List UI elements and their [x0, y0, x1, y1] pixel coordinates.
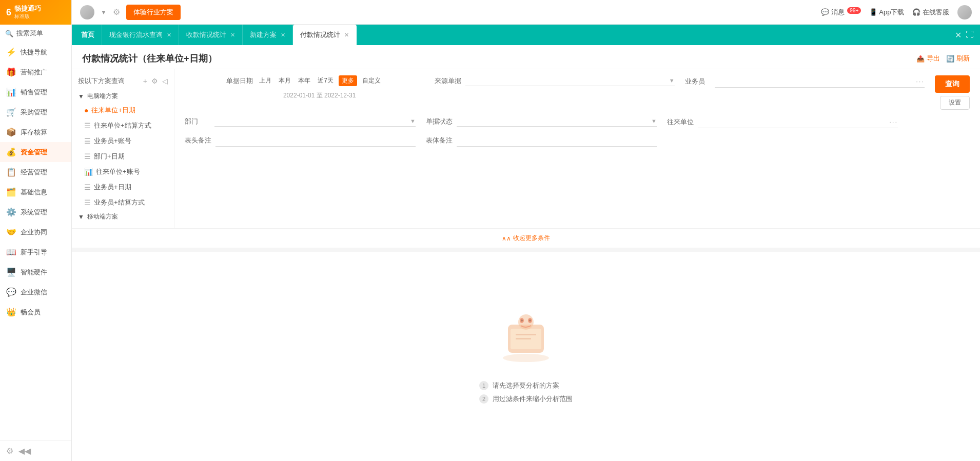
sidebar-item-sales[interactable]: 📊销售管理 — [0, 82, 71, 102]
scheme-header: 按以下方案查询 + ⚙ ◁ — [72, 74, 174, 90]
sidebar-item-marketing[interactable]: 🎁营销推广 — [0, 62, 71, 82]
note-body-label: 表体备注 — [426, 136, 453, 145]
date-tab-自定义[interactable]: 自定义 — [360, 75, 383, 86]
scheme-group[interactable]: ▼电脑端方案 — [72, 90, 174, 103]
source-select[interactable]: ▼ — [465, 75, 674, 86]
purchase-icon: 🛒 — [6, 107, 16, 117]
staff-more-icon[interactable]: ··· — [916, 77, 925, 85]
empty-illustration — [495, 309, 557, 371]
sidebar-item-smart-hw[interactable]: 🖥️智能硬件 — [0, 262, 71, 282]
service-label: 在线客服 — [923, 8, 949, 16]
sidebar-item-new-guide[interactable]: 📖新手引导 — [0, 242, 71, 262]
date-tab-本年[interactable]: 本年 — [296, 75, 312, 86]
scheme-collapse-icon[interactable]: ◁ — [162, 77, 168, 85]
tab-close-icon[interactable]: ✕ — [230, 32, 235, 38]
hint-text-1: 请先选择要分析的方案 — [493, 381, 559, 390]
date-tab-上月[interactable]: 上月 — [257, 75, 273, 86]
scheme-panel: 按以下方案查询 + ⚙ ◁ ▼电脑端方案●往来单位+日期☰往来单位+结算方式☰业… — [72, 69, 174, 228]
tab-receipt-stat[interactable]: 收款情况统计✕ — [179, 25, 243, 45]
query-button[interactable]: 查询 — [935, 75, 970, 93]
scheme-item-staff-account[interactable]: ☰业务员+账号 — [72, 133, 174, 149]
empty-hint-2: 2 用过滤条件来缩小分析范围 — [479, 394, 573, 404]
scheme-header-icons: + ⚙ ◁ — [143, 77, 168, 85]
expand-icon[interactable]: ⛶ — [966, 30, 974, 39]
scheme-item-label: 部门+日期 — [94, 152, 125, 161]
scheme-group[interactable]: ▼移动端方案 — [72, 210, 174, 223]
close-all-icon[interactable]: ✕ — [955, 30, 962, 40]
app-download-link[interactable]: 📱 App下载 — [869, 8, 904, 17]
settings-icon[interactable]: ⚙ — [6, 446, 13, 456]
search-menu[interactable]: 🔍 搜索菜单 — [0, 25, 71, 42]
note-body-field: 表体备注 — [426, 134, 657, 147]
scheme-group-arrow-icon: ▼ — [78, 93, 84, 100]
sidebar-item-funds[interactable]: 💰资金管理 — [0, 142, 71, 162]
svg-point-6 — [521, 319, 523, 322]
staff-label: 业务员 — [685, 77, 711, 86]
quick-nav-icon: ⚡ — [6, 47, 16, 57]
sidebar-item-enterprise-wechat[interactable]: 💬企业微信 — [0, 282, 71, 302]
tab-bank-flow[interactable]: 现金银行流水查询✕ — [102, 25, 179, 45]
empty-hint-1: 1 请先选择要分析的方案 — [479, 381, 573, 390]
page-title: 付款情况统计（往来单位+日期） — [82, 52, 217, 65]
sidebar-item-enterprise[interactable]: 🤝企业协同 — [0, 222, 71, 242]
sidebar-item-sys-mgmt[interactable]: ⚙️系统管理 — [0, 202, 71, 222]
dept-label: 部门 — [185, 117, 210, 126]
tab-new-scheme[interactable]: 新建方案✕ — [243, 25, 293, 45]
sidebar-item-operations[interactable]: 📋经营管理 — [0, 162, 71, 182]
note-body-input[interactable] — [457, 134, 657, 147]
sidebar-item-stock[interactable]: 📦库存核算 — [0, 122, 71, 142]
sidebar-item-member[interactable]: 👑畅会员 — [0, 302, 71, 322]
scheme-item-staff-date[interactable]: ☰业务员+日期 — [72, 179, 174, 195]
user-avatar[interactable] — [957, 5, 972, 19]
scheme-item-dept-date[interactable]: ☰部门+日期 — [72, 149, 174, 164]
sidebar-item-purchase[interactable]: 🛒采购管理 — [0, 102, 71, 122]
add-scheme-icon[interactable]: + — [143, 77, 147, 85]
try-industry-button[interactable]: 体验行业方案 — [126, 5, 181, 20]
tab-close-icon[interactable]: ✕ — [281, 32, 285, 38]
filter-settings-button[interactable]: 设置 — [940, 96, 970, 110]
unit-more-icon[interactable]: ··· — [889, 118, 898, 126]
brand-logo: 6 — [6, 7, 11, 18]
enterprise-wechat-icon: 💬 — [6, 287, 16, 297]
sidebar-footer: ⚙ ◀◀ — [0, 440, 71, 461]
tabbar-end: ✕ ⛶ — [955, 30, 978, 40]
collapse-bar[interactable]: ∧∧ 收起更多条件 — [72, 228, 980, 248]
doc-status-select[interactable]: ▼ — [457, 116, 657, 127]
export-button[interactable]: 📤 导出 — [916, 54, 940, 63]
scheme-header-label: 按以下方案查询 — [78, 76, 125, 86]
message-label: 消息 — [831, 8, 845, 16]
sidebar-item-label: 库存核算 — [21, 128, 47, 137]
note-head-input[interactable] — [215, 134, 416, 147]
scheme-item-unit-date[interactable]: ●往来单位+日期 — [72, 103, 174, 118]
date-tab-本月[interactable]: 本月 — [277, 75, 293, 86]
sidebar-item-quick-nav[interactable]: ⚡快捷导航 — [0, 42, 71, 62]
tab-payment-stat[interactable]: 付款情况统计✕ — [293, 25, 357, 45]
gear-icon[interactable]: ⚙ — [113, 7, 120, 17]
search-label: 搜索菜单 — [16, 29, 43, 38]
message-link[interactable]: 💬 消息 99+ — [821, 8, 861, 17]
tab-close-icon[interactable]: ✕ — [344, 32, 349, 38]
filter-form: 单据日期 上月本月本年近7天更多自定义 2022-01-01 至 2022-12… — [174, 69, 980, 228]
tab-label: 付款情况统计 — [300, 30, 340, 39]
tab-home[interactable]: 首页 — [74, 25, 102, 45]
filter-area: 按以下方案查询 + ⚙ ◁ ▼电脑端方案●往来单位+日期☰往来单位+结算方式☰业… — [72, 69, 980, 228]
scheme-item-unit-account[interactable]: 📊往来单位+账号 — [72, 164, 174, 179]
scheme-item-staff-settle[interactable]: ☰业务员+结算方式 — [72, 195, 174, 210]
date-tab-近7天[interactable]: 近7天 — [316, 75, 336, 86]
staff-field: 业务员 ··· — [685, 75, 925, 88]
scheme-settings-icon[interactable]: ⚙ — [151, 77, 158, 85]
sidebar: 6 畅捷通巧 标准版 🔍 搜索菜单 ⚡快捷导航🎁营销推广📊销售管理🛒采购管理📦库… — [0, 0, 72, 461]
scheme-item-label: 往来单位+结算方式 — [94, 121, 151, 130]
empty-area: 1 请先选择要分析的方案 2 用过滤条件来缩小分析范围 — [72, 252, 980, 461]
scheme-item-label: 往来单位+账号 — [96, 167, 140, 176]
collapse-sidebar-icon[interactable]: ◀◀ — [18, 446, 31, 456]
scheme-item-unit-settle[interactable]: ☰往来单位+结算方式 — [72, 118, 174, 133]
tab-close-icon[interactable]: ✕ — [167, 32, 171, 38]
tabbar: 首页现金银行流水查询✕收款情况统计✕新建方案✕付款情况统计✕ ✕ ⛶ — [72, 25, 980, 45]
app-label: App下载 — [879, 8, 904, 16]
refresh-button[interactable]: 🔄 刷新 — [946, 54, 970, 63]
date-tab-更多[interactable]: 更多 — [339, 75, 357, 86]
dept-select[interactable]: ▼ — [214, 116, 416, 127]
sidebar-item-base-info[interactable]: 🗂️基础信息 — [0, 182, 71, 202]
online-service-link[interactable]: 🎧 在线客服 — [912, 8, 949, 17]
